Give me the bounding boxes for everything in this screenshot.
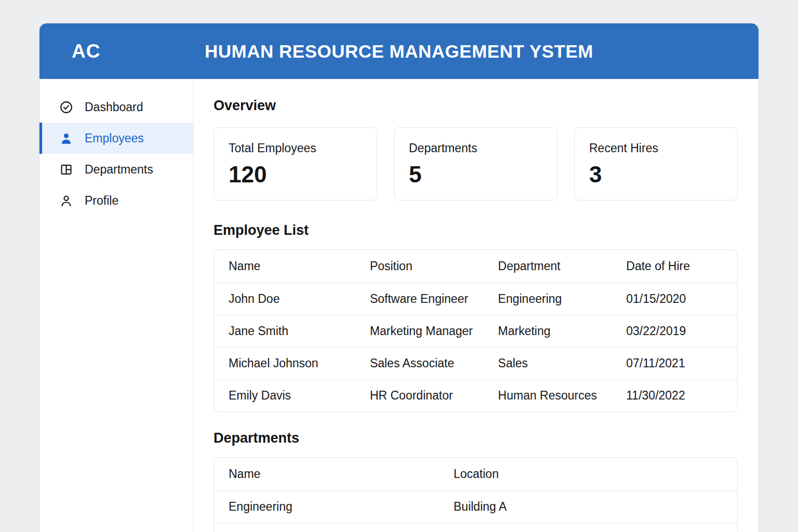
cell-department: Marketing [484, 315, 612, 348]
app-title: HUMAN RESOURCE MANAGEMENT YSTEM [39, 41, 759, 62]
cell-date-of-hire: 03/22/2019 [611, 315, 737, 348]
cell-date-of-hire: 07/11/2021 [611, 348, 737, 380]
stat-label: Departments [409, 141, 542, 155]
cell-position: Marketing Manager [355, 315, 484, 348]
sidebar-item-profile[interactable]: Profile [39, 185, 193, 216]
cell-date-of-hire: 01/15/2020 [611, 283, 737, 315]
column-header-name: Name [214, 250, 355, 283]
overview-title: Overview [214, 98, 738, 114]
app-logo: AC [72, 41, 100, 62]
cell-name: Emily Davis [214, 380, 355, 411]
cell-name: Jane Smith [214, 315, 355, 348]
sidebar-item-departments[interactable]: Departments [39, 154, 193, 185]
table-row: Emily Davis HR Coordinator Human Resourc… [214, 380, 737, 411]
person-icon [59, 131, 73, 145]
person-outline-icon [59, 194, 73, 208]
cell-department: Human Resources [484, 380, 612, 411]
cell-department: Sales [484, 348, 612, 380]
table-row: Marketing Building B [214, 523, 737, 532]
column-header-name: Name [214, 458, 439, 491]
departments-table-header: Name Location [214, 458, 737, 491]
sidebar-item-dashboard[interactable]: Dashboard [39, 91, 193, 123]
cell-name: Engineering [214, 491, 439, 523]
stat-card-recent-hires: Recent Hires 3 [574, 127, 738, 201]
sidebar-item-label: Dashboard [85, 100, 143, 114]
sidebar-item-label: Profile [85, 194, 118, 208]
check-circle-icon [59, 100, 73, 114]
table-row: John Doe Software Engineer Engineering 0… [214, 283, 737, 315]
cell-name: John Doe [214, 283, 355, 315]
hrms-window: AC HUMAN RESOURCE MANAGEMENT YSTEM Dashb… [39, 23, 759, 532]
window-body: Dashboard Employees Departments Profile [39, 79, 759, 532]
employee-table-header: Name Position Department Date of Hire [214, 250, 737, 283]
cell-position: Software Engineer [355, 283, 484, 315]
stat-card-total-employees: Total Employees 120 [214, 127, 377, 201]
cell-location: Building B [439, 523, 737, 532]
overview-cards: Total Employees 120 Departments 5 Recent… [214, 127, 738, 201]
sidebar-item-employees[interactable]: Employees [39, 123, 193, 154]
column-header-location: Location [439, 458, 737, 491]
stat-label: Total Employees [229, 141, 362, 155]
cell-date-of-hire: 11/30/2022 [611, 380, 737, 411]
cell-position: Sales Associate [355, 348, 484, 380]
cell-department: Engineering [484, 283, 612, 315]
column-header-position: Position [355, 250, 484, 283]
table-row: Michael Johnson Sales Associate Sales 07… [214, 348, 737, 380]
main-content: Overview Total Employees 120 Departments… [194, 79, 759, 532]
column-header-date-of-hire: Date of Hire [611, 250, 737, 283]
stat-value: 3 [589, 162, 723, 188]
cell-name: Marketing [214, 523, 439, 532]
cell-location: Building A [439, 491, 737, 523]
stat-value: 5 [409, 162, 542, 188]
stat-label: Recent Hires [589, 141, 723, 155]
table-row: Jane Smith Marketing Manager Marketing 0… [214, 315, 737, 348]
sidebar-item-label: Employees [85, 131, 144, 145]
employee-list-title: Employee List [214, 222, 738, 238]
app-header: AC HUMAN RESOURCE MANAGEMENT YSTEM [39, 23, 759, 79]
employee-table: Name Position Department Date of Hire Jo… [214, 249, 738, 412]
cell-name: Michael Johnson [214, 348, 355, 380]
cell-position: HR Coordinator [355, 380, 484, 411]
table-row: Engineering Building A [214, 491, 737, 523]
departments-title: Departments [214, 430, 738, 446]
sidebar: Dashboard Employees Departments Profile [39, 79, 194, 532]
sidebar-item-label: Departments [85, 163, 153, 177]
stat-value: 120 [229, 162, 362, 188]
column-header-department: Department [484, 250, 612, 283]
stat-card-departments: Departments 5 [394, 127, 557, 201]
grid-icon [59, 163, 73, 177]
departments-table: Name Location Engineering Building A Mar… [214, 457, 738, 532]
